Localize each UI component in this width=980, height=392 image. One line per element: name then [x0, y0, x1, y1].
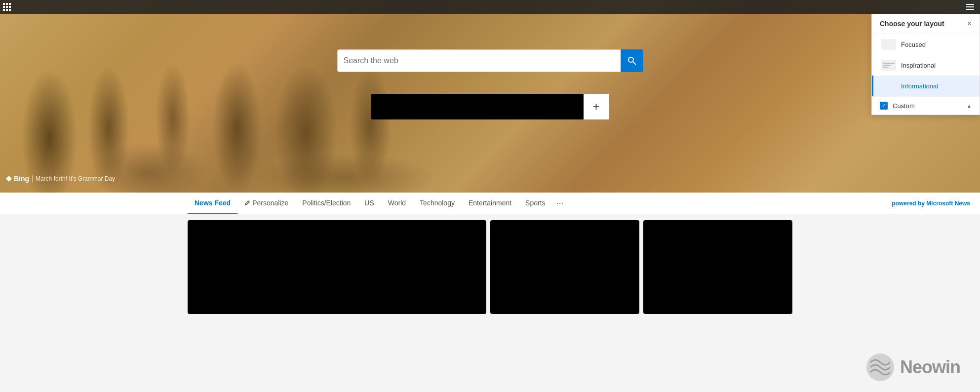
hamburger-menu-button[interactable] — [960, 0, 980, 14]
news-more-button[interactable]: ··· — [552, 198, 568, 208]
layout-panel: Choose your layout × Focused Inspiration… — [871, 14, 980, 115]
layout-option-informational[interactable]: Informational — [872, 76, 980, 96]
svg-rect-3 — [3, 6, 5, 8]
neowin-logo-icon — [865, 353, 895, 382]
insp-line-1 — [883, 63, 895, 64]
news-section: News Feed Personalize Politics/Election … — [0, 193, 980, 392]
news-card-1[interactable] — [188, 220, 486, 314]
tab-politics-election[interactable]: Politics/Election — [295, 193, 357, 214]
news-tabs: News Feed Personalize Politics/Election … — [0, 193, 980, 214]
layout-panel-title: Choose your layout — [880, 20, 944, 28]
ms-news-credit: powered by Microsoft News — [892, 200, 970, 207]
news-card-3[interactable] — [643, 220, 792, 314]
tab-news-feed[interactable]: News Feed — [188, 193, 237, 214]
inspirational-label: Inspirational — [901, 62, 936, 69]
insp-line-3 — [883, 67, 889, 68]
tab-world[interactable]: World — [381, 193, 413, 214]
svg-marker-14 — [6, 176, 12, 182]
custom-label: Custom — [893, 102, 915, 110]
neowin-text: Neowin — [900, 357, 960, 378]
add-button[interactable]: + — [584, 94, 609, 119]
inspirational-layout-icon — [881, 60, 896, 71]
svg-rect-2 — [9, 3, 11, 5]
layout-option-focused[interactable]: Focused — [872, 34, 980, 55]
tab-technology[interactable]: Technology — [413, 193, 462, 214]
tab-us[interactable]: US — [357, 193, 381, 214]
tab-personalize[interactable]: Personalize — [237, 193, 295, 214]
search-button[interactable] — [621, 49, 643, 72]
insp-line-2 — [883, 65, 891, 66]
layout-custom-header-left: Custom — [880, 102, 915, 110]
svg-rect-8 — [9, 9, 11, 11]
layout-close-button[interactable]: × — [967, 20, 972, 28]
svg-rect-1 — [6, 3, 8, 5]
layout-option-custom[interactable]: Custom ▲ — [872, 96, 980, 115]
svg-rect-7 — [6, 9, 8, 11]
content-black-box — [371, 94, 584, 119]
tab-entertainment[interactable]: Entertainment — [462, 193, 518, 214]
focused-label: Focused — [901, 41, 926, 48]
credit-brand: Microsoft News — [926, 200, 970, 207]
svg-rect-5 — [9, 6, 11, 8]
insp-lines — [881, 61, 896, 69]
credit-prefix: powered by — [892, 200, 926, 207]
svg-rect-9 — [966, 4, 974, 5]
svg-rect-4 — [6, 6, 8, 8]
bing-watermark: Bing March forth! It's Grammar Day — [6, 175, 115, 183]
tab-sports[interactable]: Sports — [518, 193, 552, 214]
svg-rect-6 — [3, 9, 5, 11]
layout-panel-header: Choose your layout × — [872, 14, 980, 34]
bing-label: Bing — [14, 175, 29, 183]
news-cards — [0, 214, 980, 320]
bing-separator — [32, 175, 33, 182]
bing-logo: Bing — [6, 175, 29, 183]
informational-label: Informational — [901, 82, 938, 90]
svg-point-12 — [628, 57, 633, 62]
focused-layout-icon — [881, 39, 896, 50]
top-bar — [0, 0, 980, 14]
content-bar: + — [371, 94, 609, 119]
svg-rect-11 — [966, 9, 974, 10]
svg-rect-0 — [3, 3, 5, 5]
chevron-up-icon: ▲ — [967, 103, 972, 109]
neowin-watermark: Neowin — [865, 353, 960, 382]
news-card-2[interactable] — [490, 220, 639, 314]
svg-line-13 — [633, 62, 636, 65]
grid-icon[interactable] — [0, 0, 14, 14]
search-input[interactable] — [344, 56, 637, 65]
svg-rect-10 — [966, 6, 974, 7]
search-container — [337, 49, 643, 72]
informational-layout-icon — [881, 80, 896, 91]
custom-checkmark-icon — [880, 102, 888, 110]
layout-custom-header[interactable]: Custom ▲ — [872, 97, 980, 115]
bing-caption: March forth! It's Grammar Day — [36, 175, 115, 182]
search-bar — [337, 49, 643, 72]
hero-section: + Bing March forth! It's Grammar Day — [0, 0, 980, 193]
layout-option-inspirational[interactable]: Inspirational — [872, 55, 980, 76]
